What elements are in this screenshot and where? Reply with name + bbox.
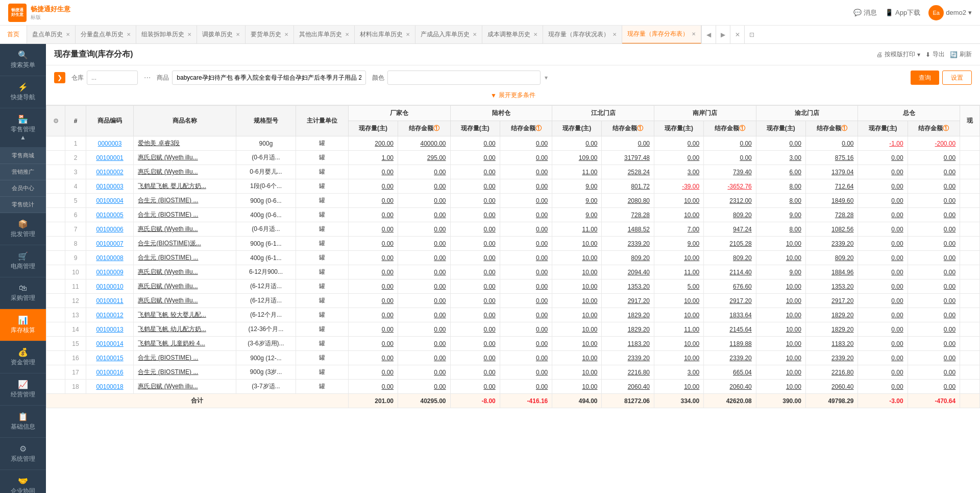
tab-close-adjust[interactable]: ✕ <box>236 32 240 37</box>
sidebar-item-retail-stats[interactable]: 零售统计 <box>0 197 46 213</box>
message-btn[interactable]: 💬 消息 <box>853 8 877 17</box>
row-code[interactable]: 00100011 <box>86 294 134 308</box>
tab-product-in[interactable]: 产成品入库单历史✕ <box>415 26 482 44</box>
tab-close-stock-status[interactable]: ✕ <box>612 32 617 37</box>
row-code[interactable]: 00100010 <box>86 279 134 294</box>
row-check[interactable] <box>46 351 65 365</box>
row-code[interactable]: 00100013 <box>86 322 134 337</box>
tab-split-check[interactable]: 分量盘点单历史✕ <box>76 26 136 44</box>
tab-close-material-out[interactable]: ✕ <box>406 32 410 37</box>
row-code[interactable]: 0000003 <box>86 136 134 151</box>
row-name[interactable]: 合生元 (BIOSTIME) ... <box>134 194 236 208</box>
sidebar-item-mall[interactable]: 零售商城 <box>0 148 46 164</box>
row-check[interactable] <box>46 136 65 151</box>
color-input[interactable] <box>387 71 541 85</box>
row-name[interactable]: 合生元 (BIOSTIME) ... <box>134 208 236 222</box>
sidebar-item-ecommerce[interactable]: 🛒 电商管理 <box>0 245 46 277</box>
table-area[interactable]: ⚙ # 商品编码 商品名称 规格型号 主计量单位 厂家仓 陆村仓 江北门店 南岸… <box>46 105 980 493</box>
row-name[interactable]: 合生元 (BIOSTIME) ... <box>134 351 236 365</box>
tab-disassemble[interactable]: 组装拆卸单历史✕ <box>136 26 197 44</box>
row-name[interactable]: 合生元(BIOSTIME)派... <box>134 237 236 251</box>
row-check[interactable] <box>46 337 65 351</box>
row-check[interactable] <box>46 279 65 294</box>
warehouse-ellipsis[interactable]: ··· <box>144 73 151 82</box>
sidebar-item-inventory[interactable]: 📊 库存核算 <box>0 309 46 341</box>
row-check[interactable] <box>46 308 65 322</box>
row-name[interactable]: 惠氏启赋 (Wyeth illu... <box>134 265 236 279</box>
product-input[interactable] <box>172 71 366 85</box>
row-code[interactable]: 00100003 <box>86 179 134 194</box>
row-check[interactable] <box>46 179 65 194</box>
sidebar-item-system[interactable]: ⚙ 系统管理 <box>0 438 46 470</box>
row-name[interactable]: 爱他美 卓睿3段 <box>134 136 236 151</box>
refresh-btn[interactable]: 🔄 刷新 <box>950 50 972 59</box>
tab-close-cost-adjust[interactable]: ✕ <box>533 32 537 37</box>
row-check[interactable] <box>46 165 65 179</box>
row-check[interactable] <box>46 265 65 279</box>
tab-close-checklist[interactable]: ✕ <box>66 32 70 37</box>
row-check[interactable] <box>46 365 65 380</box>
tab-close-disassemble[interactable]: ✕ <box>187 32 191 37</box>
sidebar-item-wholesale[interactable]: 📦 批发管理 <box>0 213 46 245</box>
warehouse-input[interactable] <box>87 71 138 85</box>
row-name[interactable]: 飞鹤星飞帆 较大婴儿配... <box>134 308 236 322</box>
row-check[interactable] <box>46 294 65 308</box>
row-check[interactable] <box>46 151 65 165</box>
tab-adjust[interactable]: 调拨单历史✕ <box>197 26 246 44</box>
filter-collapse-btn[interactable]: ❯ <box>54 72 65 83</box>
row-name[interactable]: 惠氏启赋 (Wyeth illu... <box>134 380 236 394</box>
user-area[interactable]: Ea demo2 ▾ <box>928 5 972 20</box>
tab-material-out[interactable]: 材料出库单历史✕ <box>355 26 415 44</box>
sidebar-item-quicknav[interactable]: ⚡ 快捷导航 <box>0 76 46 108</box>
row-code[interactable]: 00100007 <box>86 237 134 251</box>
tab-close-order[interactable]: ✕ <box>284 32 288 37</box>
tab-close-other-out[interactable]: ✕ <box>345 32 349 37</box>
row-name[interactable]: 飞鹤星飞帆 儿童奶粉 4... <box>134 337 236 351</box>
tab-next-btn[interactable]: ▶ <box>716 26 730 44</box>
row-check[interactable] <box>46 194 65 208</box>
row-name[interactable]: 合生元 (BIOSTIME) ... <box>134 365 236 380</box>
search-button[interactable]: 查询 <box>911 71 939 85</box>
sidebar-item-collab[interactable]: 🤝 企业协同 <box>0 470 46 493</box>
tab-expand-btn[interactable]: ⊡ <box>744 26 758 44</box>
tab-close-split[interactable]: ✕ <box>127 32 131 37</box>
row-name[interactable]: 惠氏启赋 (Wyeth illu... <box>134 222 236 237</box>
row-name[interactable]: 飞鹤星飞帆 婴儿配方奶... <box>134 179 236 194</box>
row-check[interactable] <box>46 322 65 337</box>
sidebar-item-basic[interactable]: 📋 基础信息 <box>0 406 46 438</box>
sidebar-item-finance[interactable]: 💰 资金管理 <box>0 341 46 373</box>
row-check[interactable] <box>46 237 65 251</box>
th-gear[interactable]: ⚙ <box>46 106 65 136</box>
export-btn[interactable]: ⬇ 导出 <box>925 50 945 59</box>
row-name[interactable]: 惠氏启赋 (Wyeth illu... <box>134 151 236 165</box>
app-download-btn[interactable]: 📱 App下载 <box>885 8 920 17</box>
row-name[interactable]: 惠氏启赋 (Wyeth illu... <box>134 279 236 294</box>
row-code[interactable]: 00100004 <box>86 194 134 208</box>
tab-close-all-btn[interactable]: ✕ <box>730 26 744 44</box>
row-code[interactable]: 00100002 <box>86 165 134 179</box>
tab-order[interactable]: 要货单历史✕ <box>246 26 294 44</box>
tab-other-out[interactable]: 其他出库单历史✕ <box>294 26 355 44</box>
tab-close-product-in[interactable]: ✕ <box>473 32 477 37</box>
tab-checklist[interactable]: 盘点单历史✕ <box>27 26 76 44</box>
row-check[interactable] <box>46 251 65 265</box>
row-code[interactable]: 00100012 <box>86 308 134 322</box>
row-code[interactable]: 00100015 <box>86 351 134 365</box>
expand-conditions-btn[interactable]: ▼ 展开更多条件 <box>491 91 535 100</box>
row-code[interactable]: 00100009 <box>86 265 134 279</box>
row-code[interactable]: 00100018 <box>86 380 134 394</box>
sidebar-item-retail[interactable]: 🏪 零售管理 ▲ <box>0 108 46 148</box>
tab-home[interactable]: 首页 <box>0 26 27 44</box>
sidebar-item-operations[interactable]: 📈 经营管理 <box>0 373 46 406</box>
tab-close-stock-dist[interactable]: ✕ <box>692 31 696 37</box>
row-code[interactable]: 00100005 <box>86 208 134 222</box>
tab-stock-dist[interactable]: 现存量（库存分布表）✕ <box>622 26 701 44</box>
row-name[interactable]: 合生元 (BIOSTIME) ... <box>134 251 236 265</box>
sidebar-item-member[interactable]: 会员中心 <box>0 180 46 197</box>
row-check[interactable] <box>46 208 65 222</box>
setting-button[interactable]: 设置 <box>942 71 972 85</box>
tab-cost-adjust[interactable]: 成本调整单历史✕ <box>482 26 543 44</box>
row-name[interactable]: 惠氏启赋 (Wyeth illu... <box>134 294 236 308</box>
tab-prev-btn[interactable]: ◀ <box>701 26 716 44</box>
row-check[interactable] <box>46 380 65 394</box>
